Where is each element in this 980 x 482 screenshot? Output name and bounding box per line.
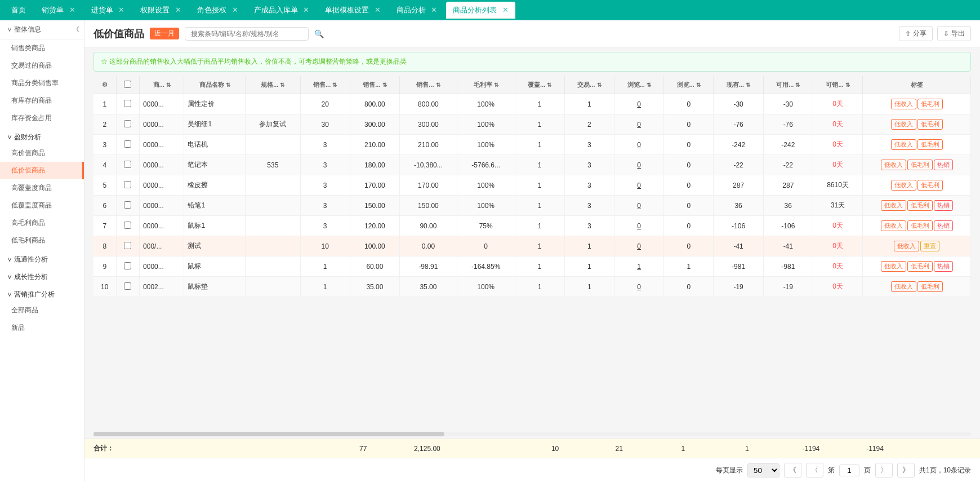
browse1-link[interactable]: 0 (637, 100, 641, 108)
sidebar-item-high-value[interactable]: 高价值商品 (0, 144, 84, 162)
nav-product-inbound[interactable]: 产成品入库单 ✕ (247, 2, 317, 19)
col-trade[interactable]: 交易... ⇅ (564, 76, 614, 94)
nav-home[interactable]: 首页 (5, 2, 33, 19)
browse1-link[interactable]: 0 (637, 182, 641, 189)
first-page-button[interactable]: 《 (784, 463, 801, 477)
export-button[interactable]: ⇩ 导出 (937, 26, 971, 41)
row-checkbox[interactable] (124, 282, 131, 290)
sidebar-item-low-coverage[interactable]: 低覆盖度商品 (0, 197, 84, 214)
current-page-input[interactable] (839, 465, 859, 476)
cell-checkbox[interactable] (116, 257, 140, 277)
row-checkbox[interactable] (124, 181, 131, 188)
col-sales3[interactable]: 销售... ⇅ (400, 76, 457, 94)
sidebar-item-stock-value[interactable]: 库存资金占用 (0, 109, 84, 127)
sidebar-item-new-goods[interactable]: 新品 (0, 319, 84, 337)
cell-browse1[interactable]: 0 (614, 196, 664, 216)
col-stock1[interactable]: 现有... ⇅ (714, 76, 763, 94)
browse1-link[interactable]: 0 (637, 242, 641, 250)
nav-purchase[interactable]: 进货单 ✕ (84, 2, 132, 19)
close-icon[interactable]: ✕ (375, 6, 381, 14)
close-icon[interactable]: ✕ (69, 6, 75, 14)
sidebar-group-profit[interactable]: ∨ 盈财分析 (0, 127, 84, 144)
cell-checkbox[interactable] (116, 236, 140, 257)
sidebar-collapse-icon[interactable]: 《 (73, 25, 79, 34)
col-spec[interactable]: 规格... ⇅ (246, 76, 300, 94)
sidebar-group-growth[interactable]: ∨ 成长性分析 (0, 267, 84, 284)
cell-checkbox[interactable] (116, 114, 140, 135)
cell-browse1[interactable]: 0 (614, 277, 664, 297)
search-input[interactable] (185, 27, 309, 41)
last-page-button[interactable]: 》 (897, 463, 915, 477)
search-icon[interactable]: 🔍 (314, 29, 324, 38)
cell-browse1[interactable]: 0 (614, 114, 664, 135)
cell-browse1[interactable]: 0 (614, 236, 664, 257)
cell-browse1[interactable]: 0 (614, 135, 664, 155)
cell-checkbox[interactable] (116, 196, 140, 216)
row-checkbox[interactable] (124, 262, 131, 269)
col-sales2[interactable]: 销售... ⇅ (350, 76, 399, 94)
sidebar-item-traded-goods[interactable]: 交易过的商品 (0, 57, 84, 74)
row-checkbox[interactable] (124, 140, 131, 148)
nav-permission[interactable]: 权限设置 ✕ (133, 2, 188, 19)
sidebar-item-high-coverage[interactable]: 高覆盖度商品 (0, 179, 84, 197)
row-checkbox[interactable] (124, 222, 131, 229)
sidebar-item-category-sales[interactable]: 商品分类销售率 (0, 74, 84, 92)
row-checkbox[interactable] (124, 201, 131, 209)
cell-checkbox[interactable] (116, 135, 140, 155)
browse1-link[interactable]: 0 (637, 202, 641, 210)
browse1-link[interactable]: 0 (637, 283, 641, 291)
cell-checkbox[interactable] (116, 175, 140, 196)
nav-goods-analysis-list[interactable]: 商品分析列表 ✕ (446, 2, 515, 19)
nav-goods-analysis[interactable]: 商品分析 ✕ (390, 2, 444, 19)
cell-checkbox[interactable] (116, 155, 140, 175)
sidebar-item-stock-goods[interactable]: 有库存的商品 (0, 92, 84, 109)
col-settings[interactable]: ⚙ (93, 76, 116, 94)
close-icon[interactable]: ✕ (175, 6, 181, 14)
browse1-link[interactable]: 1 (637, 263, 641, 271)
sidebar-item-sales-goods[interactable]: 销售类商品 (0, 39, 84, 57)
row-checkbox[interactable] (124, 100, 131, 107)
row-checkbox[interactable] (124, 242, 131, 249)
cell-browse1[interactable]: 0 (614, 216, 664, 236)
nav-template[interactable]: 单据模板设置 ✕ (318, 2, 387, 19)
prev-page-button[interactable]: 〈 (806, 463, 823, 477)
horizontal-scrollbar[interactable] (93, 432, 971, 436)
browse1-link[interactable]: 0 (637, 161, 641, 169)
close-icon[interactable]: ✕ (431, 6, 437, 14)
sidebar-group-marketing[interactable]: ∨ 营销推广分析 (0, 284, 84, 302)
scrollbar-thumb[interactable] (93, 432, 444, 436)
cell-browse1[interactable]: 0 (614, 94, 664, 114)
browse1-link[interactable]: 0 (637, 121, 641, 129)
time-filter-btn[interactable]: 近一月 (150, 28, 179, 39)
share-button[interactable]: ⇧ 分享 (899, 26, 933, 41)
nav-role[interactable]: 角色授权 ✕ (190, 2, 245, 19)
sidebar-item-all-goods[interactable]: 全部商品 (0, 302, 84, 319)
cell-browse1[interactable]: 0 (614, 155, 664, 175)
col-sales1[interactable]: 销售... ⇅ (300, 76, 350, 94)
sidebar-item-low-value[interactable]: 低价值商品 (0, 162, 84, 179)
sidebar-item-low-margin[interactable]: 低毛利商品 (0, 232, 84, 249)
cell-checkbox[interactable] (116, 277, 140, 297)
col-browse2[interactable]: 浏览... ⇅ (664, 76, 714, 94)
cell-browse1[interactable]: 0 (614, 175, 664, 196)
col-checkbox[interactable] (116, 76, 140, 94)
col-margin[interactable]: 毛利率 ⇅ (457, 76, 515, 94)
row-checkbox[interactable] (124, 120, 131, 127)
close-icon[interactable]: ✕ (232, 6, 238, 14)
sidebar-group-liquidity[interactable]: ∨ 流通性分析 (0, 249, 84, 267)
col-browse1[interactable]: 浏览... ⇅ (614, 76, 664, 94)
sidebar-item-high-margin[interactable]: 高毛利商品 (0, 214, 84, 232)
row-checkbox[interactable] (124, 161, 131, 168)
nav-sales[interactable]: 销货单 ✕ (35, 2, 82, 19)
cell-browse1[interactable]: 1 (614, 257, 664, 277)
next-page-button[interactable]: 〉 (875, 463, 893, 477)
close-icon[interactable]: ✕ (303, 6, 309, 14)
cell-checkbox[interactable] (116, 216, 140, 236)
close-icon[interactable]: ✕ (502, 6, 509, 14)
col-stock3[interactable]: 可销... ⇅ (813, 76, 862, 94)
col-code[interactable]: 商... ⇅ (140, 76, 184, 94)
browse1-link[interactable]: 0 (637, 222, 641, 230)
select-all-checkbox[interactable] (124, 81, 131, 88)
col-stock2[interactable]: 可用... ⇅ (763, 76, 813, 94)
cell-checkbox[interactable] (116, 94, 140, 114)
